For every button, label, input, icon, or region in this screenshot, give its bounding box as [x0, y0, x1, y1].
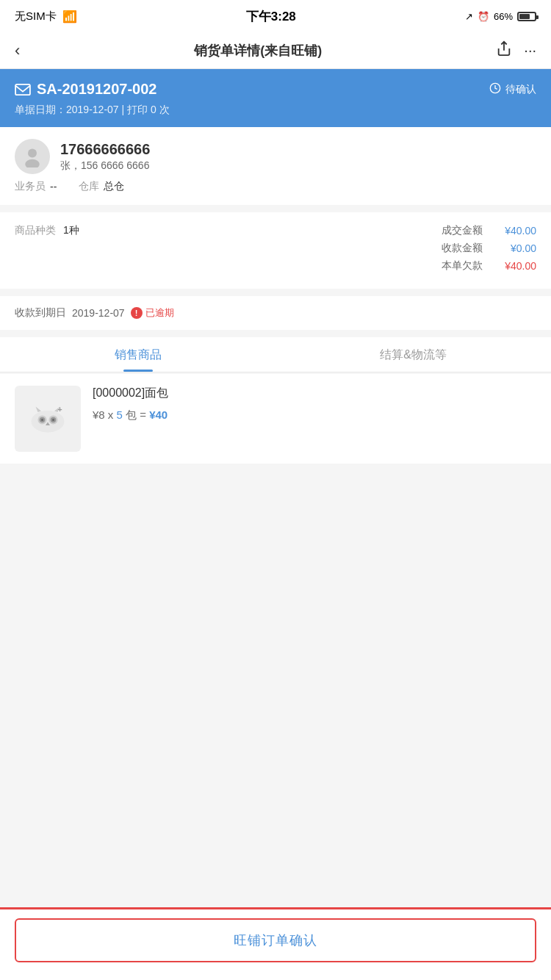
nav-actions: ··· — [496, 40, 536, 60]
product-item: + [0000002]面包 ¥8 x 5 包 = ¥40 — [15, 386, 536, 452]
product-equals: = — [140, 408, 149, 421]
carrier-label: 无SIM卡 — [15, 10, 57, 24]
alarm-icon: ⏰ — [478, 11, 489, 22]
product-price: ¥8 — [93, 408, 105, 421]
product-info: [0000002]面包 ¥8 x 5 包 = ¥40 — [93, 386, 536, 422]
tab-settlement[interactable]: 结算&物流等 — [276, 337, 551, 372]
customer-row: 17666666666 张，156 6666 6666 — [15, 139, 536, 174]
status-left: 无SIM卡 📶 — [15, 10, 77, 24]
nav-bar: ‹ 销货单详情(来自旺铺) ··· — [0, 32, 551, 69]
customer-meta: 业务员 -- 仓库 总仓 — [15, 180, 536, 193]
svg-point-5 — [32, 411, 65, 433]
battery-label: 66% — [494, 11, 513, 22]
envelope-icon — [15, 82, 31, 98]
sales-rep-label: 业务员 — [15, 180, 46, 193]
product-unit: 包 — [126, 408, 137, 421]
warehouse-label: 仓库 — [79, 180, 99, 193]
svg-marker-13 — [36, 407, 42, 413]
wifi-icon: 📶 — [62, 10, 77, 24]
more-icon[interactable]: ··· — [524, 42, 536, 59]
product-name: [0000002]面包 — [93, 386, 536, 401]
status-bar: 无SIM卡 📶 下午3:28 ↗ ⏰ 66% — [0, 0, 551, 32]
order-id: SA-20191207-002 — [15, 81, 156, 98]
order-status: 待确认 — [489, 82, 536, 96]
page-title: 销货单详情(来自旺铺) — [194, 42, 322, 60]
product-calc: ¥8 x 5 包 = ¥40 — [93, 408, 536, 422]
debt-amount-label: 本单欠款 — [442, 259, 483, 273]
received-amount-label: 收款金额 — [442, 242, 483, 255]
warehouse: 仓库 总仓 — [79, 180, 124, 193]
status-label: 待确认 — [505, 83, 536, 96]
due-section: 收款到期日 2019-12-07 ! 已逾期 — [0, 296, 551, 330]
svg-point-3 — [28, 149, 37, 158]
tabs-row: 销售商品 结算&物流等 — [0, 337, 551, 372]
content-spacer — [0, 464, 551, 552]
clock-icon — [489, 82, 501, 96]
product-qty: 5 — [117, 408, 123, 421]
location-icon: ↗ — [465, 11, 473, 22]
overdue-label: 已逾期 — [145, 306, 174, 320]
received-amount-row: 收款金额 ¥0.00 — [442, 242, 536, 255]
customer-phone: 17666666666 — [60, 141, 150, 158]
goods-type: 商品种类 1种 — [15, 224, 79, 237]
order-header: SA-20191207-002 待确认 单据日期：2019-12-07 | 打印… — [0, 69, 551, 127]
share-icon[interactable] — [496, 40, 512, 60]
overdue-dot-icon: ! — [131, 307, 143, 319]
debt-amount-row: 本单欠款 ¥40.00 — [442, 259, 536, 273]
debt-amount-value: ¥40.00 — [505, 260, 536, 272]
product-section: + [0000002]面包 ¥8 x 5 包 = ¥40 — [0, 374, 551, 464]
received-amount-value: ¥0.00 — [511, 242, 536, 254]
deal-amount-row: 成交金额 ¥40.00 — [442, 224, 536, 237]
due-date: 2019-12-07 — [72, 307, 125, 319]
summary-section: 商品种类 1种 成交金额 ¥40.00 收款金额 ¥0.00 本单欠款 ¥40.… — [0, 212, 551, 289]
order-id-row: SA-20191207-002 待确认 — [15, 81, 536, 98]
product-total: ¥40 — [149, 408, 168, 421]
svg-point-11 — [52, 419, 54, 421]
back-button[interactable]: ‹ — [15, 41, 20, 60]
status-time: 下午3:28 — [246, 8, 296, 25]
bottom-bar: 旺铺订单确认 — [0, 907, 551, 980]
svg-point-4 — [25, 159, 40, 167]
product-thumbnail: + — [15, 386, 81, 452]
confirm-order-button[interactable]: 旺铺订单确认 — [15, 918, 536, 962]
overdue-badge: ! 已逾期 — [131, 306, 174, 320]
due-label: 收款到期日 — [15, 306, 66, 320]
product-multiply: x — [108, 408, 117, 421]
goods-type-label: 商品种类 — [15, 224, 56, 236]
warehouse-value: 总仓 — [104, 180, 124, 193]
customer-info: 17666666666 张，156 6666 6666 — [60, 141, 150, 173]
customer-section: 17666666666 张，156 6666 6666 业务员 -- 仓库 总仓 — [0, 127, 551, 205]
tab-sales-goods[interactable]: 销售商品 — [0, 337, 276, 372]
sales-rep-value: -- — [50, 181, 57, 192]
status-right: ↗ ⏰ 66% — [465, 11, 536, 22]
goods-type-value: 1种 — [63, 224, 79, 236]
deal-amount-value: ¥40.00 — [505, 225, 536, 237]
svg-text:+: + — [58, 405, 62, 414]
customer-name: 张，156 6666 6666 — [60, 159, 150, 173]
svg-rect-1 — [15, 84, 30, 94]
tabs-section: 销售商品 结算&物流等 — [0, 337, 551, 372]
battery-icon — [517, 12, 536, 21]
deal-amount-label: 成交金额 — [442, 224, 483, 237]
avatar — [15, 139, 50, 174]
amounts: 成交金额 ¥40.00 收款金额 ¥0.00 本单欠款 ¥40.00 — [442, 224, 536, 277]
order-date: 单据日期：2019-12-07 | 打印 0 次 — [15, 104, 536, 117]
sales-rep: 业务员 -- — [15, 180, 57, 193]
svg-point-10 — [41, 419, 43, 421]
